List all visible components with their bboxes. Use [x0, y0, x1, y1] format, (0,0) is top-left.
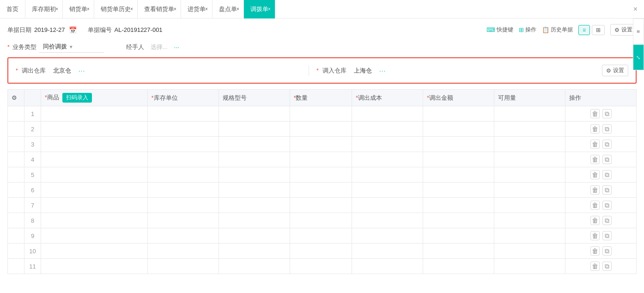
row-unit-cell[interactable]: [147, 198, 219, 213]
person-more-btn[interactable]: ···: [174, 43, 180, 51]
delete-icon[interactable]: 🗑: [590, 155, 600, 164]
row-qty-cell[interactable]: [290, 183, 352, 198]
biz-type-select[interactable]: 同价调拨 ▼: [39, 41, 104, 53]
row-spec-cell[interactable]: [219, 152, 290, 167]
row-cost-cell[interactable]: [352, 228, 423, 244]
copy-icon[interactable]: ⧉: [602, 216, 612, 225]
row-unit-cell[interactable]: [147, 106, 219, 122]
row-avail-cell[interactable]: [494, 122, 565, 137]
tab-stocktake[interactable]: 盘点单 ×: [213, 0, 244, 18]
row-amount-cell[interactable]: [423, 106, 494, 122]
window-close-btn[interactable]: ×: [627, 5, 644, 13]
row-cost-cell[interactable]: [352, 198, 423, 213]
row-qty-cell[interactable]: [290, 137, 352, 152]
row-cost-cell[interactable]: [352, 244, 423, 259]
row-unit-cell[interactable]: [147, 213, 219, 228]
copy-icon[interactable]: ⧉: [602, 124, 612, 134]
tab-purchase-order[interactable]: 进货单 ×: [181, 0, 213, 18]
row-amount-cell[interactable]: [423, 183, 494, 198]
tab-sales-history[interactable]: 销货单历史 ×: [94, 0, 138, 18]
row-product-cell[interactable]: [41, 122, 148, 137]
row-avail-cell[interactable]: [494, 137, 565, 152]
row-amount-cell[interactable]: [423, 259, 494, 274]
delete-icon[interactable]: 🗑: [590, 216, 600, 225]
row-product-cell[interactable]: [41, 228, 148, 244]
row-cost-cell[interactable]: [352, 106, 423, 122]
row-spec-cell[interactable]: [219, 122, 290, 137]
copy-icon[interactable]: ⧉: [602, 246, 612, 256]
row-spec-cell[interactable]: [219, 106, 290, 122]
row-qty-cell[interactable]: [290, 152, 352, 167]
row-amount-cell[interactable]: [423, 137, 494, 152]
row-product-cell[interactable]: [41, 244, 148, 259]
row-spec-cell[interactable]: [219, 213, 290, 228]
row-unit-cell[interactable]: [147, 228, 219, 244]
row-amount-cell[interactable]: [423, 122, 494, 137]
tab-home[interactable]: 首页: [0, 0, 25, 18]
row-unit-cell[interactable]: [147, 122, 219, 137]
operation-btn[interactable]: ⊞ 操作: [519, 26, 536, 34]
view-grid-btn[interactable]: ⊞: [592, 25, 605, 35]
warehouse-out-more-btn[interactable]: ···: [79, 67, 85, 74]
shortcut-btn[interactable]: ⌨ 快捷键: [486, 26, 513, 34]
copy-icon[interactable]: ⧉: [602, 231, 612, 240]
row-cost-cell[interactable]: [352, 137, 423, 152]
tab-stocktake-close[interactable]: ×: [234, 6, 242, 13]
row-avail-cell[interactable]: [494, 152, 565, 167]
row-unit-cell[interactable]: [147, 183, 219, 198]
row-amount-cell[interactable]: [423, 228, 494, 244]
row-cost-cell[interactable]: [352, 183, 423, 198]
row-spec-cell[interactable]: [219, 259, 290, 274]
row-cost-cell[interactable]: [352, 167, 423, 183]
row-avail-cell[interactable]: [494, 167, 565, 183]
row-product-cell[interactable]: [41, 152, 148, 167]
warehouse-settings-btn[interactable]: ⚙ 设置: [602, 65, 628, 76]
row-amount-cell[interactable]: [423, 244, 494, 259]
row-avail-cell[interactable]: [494, 183, 565, 198]
row-amount-cell[interactable]: [423, 213, 494, 228]
row-unit-cell[interactable]: [147, 137, 219, 152]
tab-sales-history-close[interactable]: ×: [128, 6, 135, 13]
row-product-cell[interactable]: [41, 183, 148, 198]
tab-init-stock[interactable]: 库存期初 ×: [25, 0, 63, 18]
copy-icon[interactable]: ⧉: [602, 201, 612, 210]
row-unit-cell[interactable]: [147, 167, 219, 183]
tab-transfer[interactable]: 调拨单 ×: [244, 0, 275, 18]
delete-icon[interactable]: 🗑: [590, 231, 600, 240]
row-amount-cell[interactable]: [423, 152, 494, 167]
row-product-cell[interactable]: [41, 137, 148, 152]
row-qty-cell[interactable]: [290, 213, 352, 228]
calendar-icon[interactable]: 📅: [69, 26, 77, 34]
delete-icon[interactable]: 🗑: [590, 185, 600, 195]
row-product-cell[interactable]: [41, 106, 148, 122]
row-qty-cell[interactable]: [290, 122, 352, 137]
copy-icon[interactable]: ⧉: [602, 155, 612, 164]
copy-icon[interactable]: ⧉: [602, 185, 612, 195]
row-qty-cell[interactable]: [290, 198, 352, 213]
copy-icon[interactable]: ⧉: [602, 140, 612, 149]
row-avail-cell[interactable]: [494, 198, 565, 213]
row-cost-cell[interactable]: [352, 152, 423, 167]
table-wrapper[interactable]: ⚙ *商品 扫码录入 *库存单位 规格型号 *数量: [7, 89, 637, 274]
row-cost-cell[interactable]: [352, 259, 423, 274]
row-unit-cell[interactable]: [147, 152, 219, 167]
gear-icon[interactable]: ⚙: [12, 94, 17, 101]
row-product-cell[interactable]: [41, 213, 148, 228]
row-avail-cell[interactable]: [494, 259, 565, 274]
row-spec-cell[interactable]: [219, 198, 290, 213]
row-qty-cell[interactable]: [290, 259, 352, 274]
row-cost-cell[interactable]: [352, 213, 423, 228]
view-list-btn[interactable]: ≡: [578, 25, 590, 35]
row-avail-cell[interactable]: [494, 106, 565, 122]
row-spec-cell[interactable]: [219, 167, 290, 183]
row-product-cell[interactable]: [41, 198, 148, 213]
delete-icon[interactable]: 🗑: [590, 170, 600, 179]
person-select[interactable]: 选择...: [151, 43, 168, 51]
row-amount-cell[interactable]: [423, 198, 494, 213]
row-spec-cell[interactable]: [219, 244, 290, 259]
right-panel-expand-btn[interactable]: ⤢: [633, 44, 644, 70]
copy-icon[interactable]: ⧉: [602, 262, 612, 271]
row-avail-cell[interactable]: [494, 228, 565, 244]
tab-purchase-order-close[interactable]: ×: [203, 6, 210, 13]
copy-icon[interactable]: ⧉: [602, 109, 612, 118]
